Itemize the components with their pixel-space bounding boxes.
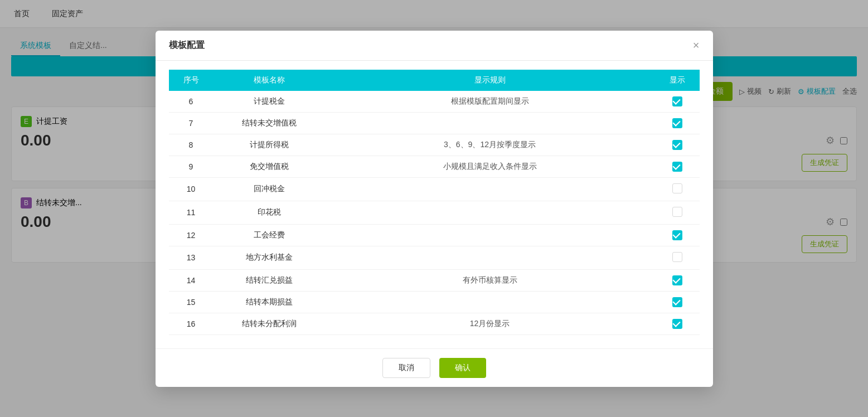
cell-seq: 12 (169, 224, 214, 246)
table-row: 14结转汇兑损益有外币核算显示 (169, 269, 700, 291)
cell-rule (325, 177, 655, 201)
cell-seq: 10 (169, 177, 214, 201)
modal-body: 序号 模板名称 显示规则 显示 6计提税金根据模版配置期间显示7结转未交增值税8… (156, 61, 713, 348)
checkbox-checked[interactable] (672, 140, 682, 150)
cell-rule (325, 246, 655, 269)
cell-seq: 9 (169, 156, 214, 177)
table-row: 10回冲税金 (169, 177, 700, 201)
checkbox-unchecked[interactable] (672, 207, 682, 217)
cell-rule: 根据模版配置期间显示 (325, 91, 655, 113)
cell-name: 工会经费 (214, 224, 325, 246)
cell-show[interactable] (655, 156, 700, 177)
checkbox-checked[interactable] (672, 275, 682, 285)
cell-rule (325, 201, 655, 224)
col-name: 模板名称 (214, 70, 325, 91)
cell-seq: 11 (169, 201, 214, 224)
cell-name: 免交增值税 (214, 156, 325, 177)
cell-rule: 有外币核算显示 (325, 269, 655, 291)
modal-header: 模板配置 × (156, 31, 713, 61)
col-seq: 序号 (169, 70, 214, 91)
cell-seq: 15 (169, 291, 214, 313)
checkbox-checked[interactable] (672, 297, 682, 307)
cancel-button[interactable]: 取消 (382, 358, 430, 378)
modal-close-button[interactable]: × (693, 40, 700, 51)
checkbox-checked[interactable] (672, 319, 682, 329)
cell-rule: 3、6、9、12月按季度显示 (325, 134, 655, 156)
checkbox-unchecked[interactable] (672, 183, 682, 193)
cell-show[interactable] (655, 112, 700, 134)
table-row: 9免交增值税小规模且满足收入条件显示 (169, 156, 700, 177)
cell-seq: 16 (169, 313, 214, 334)
cell-seq: 14 (169, 269, 214, 291)
cell-name: 回冲税金 (214, 177, 325, 201)
cell-name: 地方水利基金 (214, 246, 325, 269)
cell-seq: 6 (169, 91, 214, 113)
table-header-row: 序号 模板名称 显示规则 显示 (169, 70, 700, 91)
table-row: 16结转未分配利润12月份显示 (169, 313, 700, 334)
col-rule: 显示规则 (325, 70, 655, 91)
cell-rule (325, 224, 655, 246)
cell-name: 计提所得税 (214, 134, 325, 156)
cell-seq: 7 (169, 112, 214, 134)
checkbox-checked[interactable] (672, 230, 682, 240)
modal-footer: 取消 确认 (156, 348, 713, 387)
cell-show[interactable] (655, 91, 700, 113)
cell-show[interactable] (655, 291, 700, 313)
table-row: 11印花税 (169, 201, 700, 224)
cell-name: 结转未交增值税 (214, 112, 325, 134)
modal-title: 模板配置 (169, 40, 205, 51)
col-show: 显示 (655, 70, 700, 91)
table-row: 6计提税金根据模版配置期间显示 (169, 91, 700, 113)
cell-name: 结转未分配利润 (214, 313, 325, 334)
cell-rule (325, 291, 655, 313)
cell-show[interactable] (655, 246, 700, 269)
cell-name: 结转本期损益 (214, 291, 325, 313)
cell-rule: 12月份显示 (325, 313, 655, 334)
cell-name: 印花税 (214, 201, 325, 224)
cell-show[interactable] (655, 134, 700, 156)
cell-seq: 13 (169, 246, 214, 269)
table-row: 7结转未交增值税 (169, 112, 700, 134)
checkbox-unchecked[interactable] (672, 252, 682, 262)
cell-seq: 8 (169, 134, 214, 156)
cell-rule: 小规模且满足收入条件显示 (325, 156, 655, 177)
confirm-button[interactable]: 确认 (439, 358, 486, 378)
cell-show[interactable] (655, 224, 700, 246)
modal-template-config: 模板配置 × 序号 模板名称 显示规则 显示 6计提税金根据模版配置期间显 (156, 31, 713, 387)
checkbox-checked[interactable] (672, 162, 682, 172)
cell-name: 结转汇兑损益 (214, 269, 325, 291)
cell-rule (325, 112, 655, 134)
table-row: 8计提所得税3、6、9、12月按季度显示 (169, 134, 700, 156)
cell-show[interactable] (655, 269, 700, 291)
checkbox-checked[interactable] (672, 96, 682, 106)
table-row: 12工会经费 (169, 224, 700, 246)
table-scroll-container[interactable]: 序号 模板名称 显示规则 显示 6计提税金根据模版配置期间显示7结转未交增值税8… (169, 70, 700, 335)
modal-overlay: 模板配置 × 序号 模板名称 显示规则 显示 6计提税金根据模版配置期间显 (0, 0, 868, 417)
checkbox-checked[interactable] (672, 118, 682, 128)
cell-show[interactable] (655, 177, 700, 201)
cell-show[interactable] (655, 313, 700, 334)
table-row: 13地方水利基金 (169, 246, 700, 269)
config-table: 序号 模板名称 显示规则 显示 6计提税金根据模版配置期间显示7结转未交增值税8… (169, 70, 700, 335)
cell-show[interactable] (655, 201, 700, 224)
table-row: 15结转本期损益 (169, 291, 700, 313)
cell-name: 计提税金 (214, 91, 325, 113)
